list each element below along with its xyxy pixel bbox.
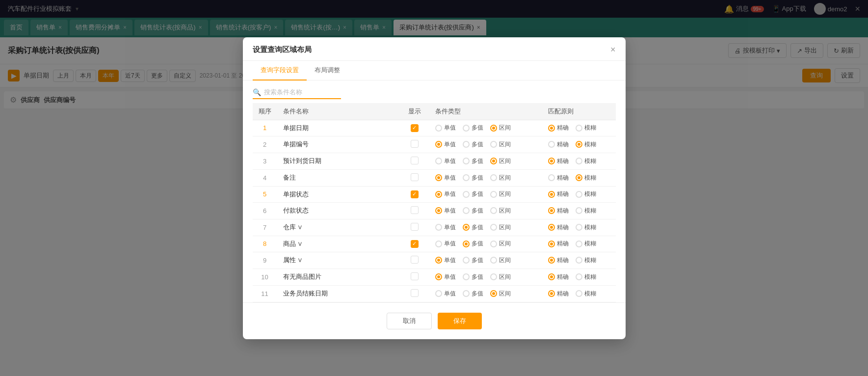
row-name-cell: 单据状态 bbox=[277, 186, 400, 202]
row-type-cell: 单值多值区间 bbox=[429, 252, 542, 269]
tab-query-fields[interactable]: 查询字段设置 bbox=[253, 61, 307, 81]
radio-circle bbox=[435, 241, 442, 247]
type-radio-item[interactable]: 单值 bbox=[435, 140, 456, 149]
type-radio-item[interactable]: 多值 bbox=[463, 223, 483, 232]
match-radio-item[interactable]: 模糊 bbox=[576, 140, 596, 149]
type-radio-item[interactable]: 单值 bbox=[435, 124, 456, 132]
radio-circle bbox=[490, 141, 497, 148]
match-radio-item[interactable]: 模糊 bbox=[576, 273, 596, 281]
row-name-cell: 属性 ∨ bbox=[277, 252, 400, 269]
type-radio-item[interactable]: 多值 bbox=[463, 290, 483, 298]
display-checkbox[interactable] bbox=[411, 256, 419, 264]
type-radio-item[interactable]: 区间 bbox=[490, 140, 511, 149]
match-radio-item[interactable]: 精确 bbox=[548, 157, 569, 165]
match-radio-item[interactable]: 精确 bbox=[548, 174, 569, 182]
cancel-button[interactable]: 取消 bbox=[387, 313, 432, 329]
type-radio-item[interactable]: 多值 bbox=[463, 140, 483, 149]
match-radio-item[interactable]: 精确 bbox=[548, 256, 569, 265]
match-radio-item[interactable]: 模糊 bbox=[576, 240, 596, 248]
match-radio-item[interactable]: 模糊 bbox=[576, 190, 596, 198]
row-match-cell: 精确模糊 bbox=[542, 202, 616, 219]
type-radio-item[interactable]: 多值 bbox=[463, 190, 483, 198]
table-row: 6付款状态单值多值区间精确模糊 bbox=[253, 202, 616, 219]
type-radio-item[interactable]: 单值 bbox=[435, 223, 456, 232]
type-radio-item[interactable]: 区间 bbox=[490, 190, 511, 198]
match-radio-item[interactable]: 精确 bbox=[548, 290, 569, 298]
type-radio-item[interactable]: 区间 bbox=[490, 290, 511, 298]
match-radio-item[interactable]: 精确 bbox=[548, 223, 569, 232]
modal-header: 设置查询区域布局 × bbox=[243, 37, 626, 61]
display-checkbox[interactable] bbox=[411, 223, 419, 231]
radio-circle bbox=[463, 273, 470, 280]
type-radio-item[interactable]: 多值 bbox=[463, 157, 483, 165]
table-row: 4备注单值多值区间精确模糊 bbox=[253, 169, 616, 186]
type-radio-item[interactable]: 单值 bbox=[435, 157, 456, 165]
match-radio-item[interactable]: 精确 bbox=[548, 190, 569, 198]
type-radio-item[interactable]: 多值 bbox=[463, 174, 483, 182]
type-radio-item[interactable]: 单值 bbox=[435, 207, 456, 215]
display-checkbox[interactable] bbox=[411, 272, 419, 280]
display-checkbox[interactable] bbox=[411, 157, 419, 164]
display-checkbox[interactable] bbox=[411, 206, 419, 214]
match-radio-item[interactable]: 模糊 bbox=[576, 223, 596, 232]
radio-circle bbox=[548, 174, 555, 181]
type-radio-item[interactable]: 多值 bbox=[463, 273, 483, 281]
radio-circle bbox=[463, 158, 470, 164]
row-display-cell bbox=[400, 269, 429, 285]
match-radio-item[interactable]: 模糊 bbox=[576, 124, 596, 132]
match-radio-item[interactable]: 精确 bbox=[548, 273, 569, 281]
radio-circle bbox=[490, 224, 497, 231]
match-radio-item[interactable]: 精确 bbox=[548, 207, 569, 215]
row-type-cell: 单值多值区间 bbox=[429, 120, 542, 136]
radio-circle bbox=[576, 207, 582, 214]
display-checkbox[interactable] bbox=[411, 289, 419, 297]
tab-layout[interactable]: 布局调整 bbox=[307, 61, 348, 81]
type-radio-item[interactable]: 区间 bbox=[490, 223, 511, 232]
type-radio-item[interactable]: 区间 bbox=[490, 207, 511, 215]
match-radio-item[interactable]: 模糊 bbox=[576, 256, 596, 265]
type-radio-item[interactable]: 单值 bbox=[435, 174, 456, 182]
match-radio-item[interactable]: 模糊 bbox=[576, 207, 596, 215]
row-type-cell: 单值多值区间 bbox=[429, 186, 542, 202]
type-radio-item[interactable]: 区间 bbox=[490, 157, 511, 165]
row-display-cell bbox=[400, 219, 429, 236]
type-radio-item[interactable]: 区间 bbox=[490, 240, 511, 248]
display-checkbox[interactable] bbox=[411, 173, 419, 181]
radio-circle bbox=[576, 224, 582, 231]
row-type-cell: 单值多值区间 bbox=[429, 219, 542, 236]
type-radio-item[interactable]: 单值 bbox=[435, 256, 456, 265]
modal-overlay: 设置查询区域布局 × 查询字段设置 布局调整 🔍 顺序 bbox=[0, 0, 868, 376]
display-checkbox[interactable] bbox=[411, 124, 419, 132]
type-radio-item[interactable]: 多值 bbox=[463, 124, 483, 132]
radio-circle bbox=[490, 273, 497, 280]
type-radio-item[interactable]: 单值 bbox=[435, 190, 456, 198]
display-checkbox[interactable] bbox=[411, 190, 419, 198]
type-radio-item[interactable]: 区间 bbox=[490, 256, 511, 265]
match-radio-item[interactable]: 精确 bbox=[548, 140, 569, 149]
match-radio-item[interactable]: 模糊 bbox=[576, 290, 596, 298]
search-wrap: 🔍 bbox=[253, 86, 341, 99]
type-radio-item[interactable]: 单值 bbox=[435, 290, 456, 298]
display-checkbox[interactable] bbox=[411, 140, 419, 148]
row-num-cell: 3 bbox=[253, 153, 277, 169]
type-radio-item[interactable]: 单值 bbox=[435, 240, 456, 248]
type-radio-item[interactable]: 区间 bbox=[490, 124, 511, 132]
type-radio-item[interactable]: 多值 bbox=[463, 256, 483, 265]
type-radio-item[interactable]: 单值 bbox=[435, 273, 456, 281]
radio-circle bbox=[548, 125, 555, 132]
condition-search-input[interactable] bbox=[264, 88, 333, 96]
type-radio-item[interactable]: 多值 bbox=[463, 240, 483, 248]
modal-close-button[interactable]: × bbox=[610, 45, 616, 54]
type-radio-item[interactable]: 多值 bbox=[463, 207, 483, 215]
match-radio-item[interactable]: 精确 bbox=[548, 124, 569, 132]
row-display-cell bbox=[400, 153, 429, 169]
match-radio-item[interactable]: 精确 bbox=[548, 240, 569, 248]
match-radio-item[interactable]: 模糊 bbox=[576, 174, 596, 182]
radio-circle bbox=[548, 207, 555, 214]
radio-circle bbox=[548, 241, 555, 247]
display-checkbox[interactable] bbox=[411, 240, 419, 248]
match-radio-item[interactable]: 模糊 bbox=[576, 157, 596, 165]
type-radio-item[interactable]: 区间 bbox=[490, 174, 511, 182]
save-button[interactable]: 保存 bbox=[438, 313, 482, 329]
type-radio-item[interactable]: 区间 bbox=[490, 273, 511, 281]
